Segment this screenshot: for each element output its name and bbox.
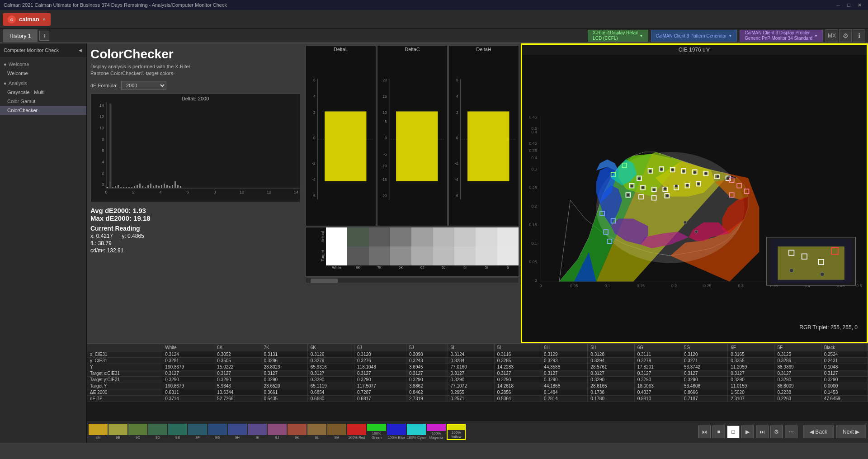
play-button[interactable]: ▶ bbox=[741, 426, 754, 438]
table-cell: 0.3355 bbox=[728, 358, 774, 364]
table-cell: 0.1738 bbox=[588, 389, 634, 396]
sidebar-item-colorchecker[interactable]: ColorChecker bbox=[0, 106, 86, 115]
table-cell: 0.3281 bbox=[162, 358, 214, 364]
mx-button[interactable]: MX bbox=[826, 29, 838, 42]
svg-text:0: 0 bbox=[102, 182, 104, 187]
svg-text:20: 20 bbox=[382, 78, 387, 82]
th-6h: 6H bbox=[541, 344, 588, 351]
svg-text:0.35: 0.35 bbox=[529, 148, 537, 153]
sidebar-item-colorgamut[interactable]: Color Gamut bbox=[0, 97, 86, 106]
table-cell: 0.3290 bbox=[494, 377, 541, 383]
extra-button[interactable]: ⋯ bbox=[785, 426, 797, 438]
bottom-swatch-100pct-Yellow[interactable]: 100% Yellow bbox=[447, 424, 466, 440]
svg-text:5: 5 bbox=[385, 120, 387, 124]
rgb-triplet: RGB Triplet: 255, 255, 0 bbox=[799, 324, 858, 331]
table-cell: 0.2263 bbox=[774, 396, 821, 402]
th-5g: 5G bbox=[681, 344, 727, 351]
svg-rect-47 bbox=[180, 186, 181, 188]
bottom-swatch-9F[interactable]: 9F bbox=[188, 424, 207, 440]
table-cell: 0.3290 bbox=[162, 377, 214, 383]
svg-rect-33 bbox=[142, 186, 143, 188]
swatch-color-block bbox=[427, 424, 446, 431]
bottom-swatch-9K[interactable]: 9K bbox=[288, 424, 307, 440]
bottom-swatch-9H[interactable]: 9H bbox=[228, 424, 247, 440]
bottom-swatch-8M[interactable]: 8M bbox=[89, 424, 108, 440]
table-cell: 3.6945 bbox=[406, 364, 448, 370]
table-cell: 0.6854 bbox=[307, 389, 354, 396]
close-button[interactable]: ✕ bbox=[855, 1, 864, 9]
bottom-swatch-100pct-Green[interactable]: 100% Green bbox=[367, 424, 386, 440]
table-cell: 11.2059 bbox=[728, 364, 774, 370]
target-swatches bbox=[326, 246, 519, 265]
table-cell: 18.0063 bbox=[634, 383, 681, 389]
svg-point-170 bbox=[627, 194, 630, 197]
de-formula-label: dE Formula: bbox=[90, 83, 118, 88]
device-button-profiler[interactable]: CalMAN Client 3 Display Profiler Generic… bbox=[740, 30, 823, 42]
cie-diagram: 0 0.05 0.1 0.15 0.2 0.25 0.3 0.35 0.4 0.… bbox=[522, 55, 867, 342]
settings-icon-btn[interactable]: ⚙ bbox=[839, 29, 852, 42]
calman-dropdown-icon[interactable]: ▼ bbox=[42, 17, 46, 22]
svg-text:0.45: 0.45 bbox=[529, 141, 537, 146]
bottom-swatch-100pct-Blue[interactable]: 100% Blue bbox=[387, 424, 406, 440]
table-cell: 77.1072 bbox=[448, 383, 494, 389]
sidebar-item-welcome[interactable]: Welcome bbox=[0, 69, 86, 78]
skip-button[interactable]: ⏭ bbox=[756, 426, 769, 438]
content-area: ColorChecker Display analysis is perform… bbox=[87, 43, 868, 443]
table-cell: 0.8462 bbox=[406, 389, 448, 396]
panel-description: Display analysis is performed with the X… bbox=[90, 63, 300, 77]
back-button[interactable]: ◀ Back bbox=[803, 426, 834, 438]
table-cell: 0.3293 bbox=[541, 358, 588, 364]
minimize-button[interactable]: ─ bbox=[834, 1, 843, 9]
actual-label-col: Actual bbox=[306, 227, 326, 246]
bottom-swatch-9B[interactable]: 9B bbox=[108, 424, 127, 440]
bottom-swatch-9D[interactable]: 9D bbox=[148, 424, 167, 440]
bottom-swatch-9L[interactable]: 9L bbox=[307, 424, 326, 440]
svg-text:0.3: 0.3 bbox=[531, 167, 537, 171]
table-cell: 0.3290 bbox=[406, 377, 448, 383]
chart-scrollbar[interactable] bbox=[306, 278, 519, 283]
table-cell: 0.5364 bbox=[494, 396, 541, 402]
table-row: dEITP0.371452.72660.54350.66800.68172.73… bbox=[87, 396, 868, 402]
table-cell: 0.3129 bbox=[541, 351, 588, 358]
table-cell: 0.3098 bbox=[406, 351, 448, 358]
bottom-swatch-9M[interactable]: 9M bbox=[327, 424, 346, 440]
maximize-button[interactable]: □ bbox=[844, 1, 853, 9]
bottom-swatch-9J[interactable]: 9J bbox=[268, 424, 287, 440]
table-cell: 160.8679 bbox=[162, 383, 214, 389]
deltaC-chart: DeltaC 20 15 10 5 0 -5 -10 -15 bbox=[377, 45, 448, 226]
bottom-swatch-100pct-Cyan[interactable]: 100% Cyan bbox=[407, 424, 426, 440]
swatch-white-actual bbox=[326, 227, 347, 246]
tab-add-button[interactable]: + bbox=[39, 31, 49, 41]
bottom-swatch-100pct-Magenta[interactable]: 100% Magenta bbox=[427, 424, 446, 440]
svg-point-156 bbox=[649, 170, 652, 173]
bottom-swatch-9G[interactable]: 9G bbox=[208, 424, 227, 440]
device-button-pattern[interactable]: CalMAN Client 3 Pattern Generator ▼ bbox=[651, 30, 737, 42]
svg-text:-4: -4 bbox=[312, 178, 316, 182]
settings-button[interactable]: ⚙ bbox=[770, 426, 783, 438]
table-cell: 0.3290 bbox=[588, 377, 634, 383]
table-cell: 0.3126 bbox=[307, 351, 354, 358]
svg-rect-27 bbox=[126, 187, 127, 188]
bottom-swatch-100pct-Red[interactable]: 100% Red bbox=[347, 424, 366, 440]
table-cell: 0.3127 bbox=[162, 370, 214, 377]
title-bar: Calman 2021 Calman Ultimate for Business… bbox=[0, 0, 868, 10]
stop-button[interactable]: ■ bbox=[712, 426, 725, 438]
info-icon-btn[interactable]: ℹ bbox=[853, 29, 865, 42]
th-6j: 6J bbox=[354, 344, 406, 351]
nav-section-welcome: ● Welcome Welcome bbox=[0, 60, 86, 78]
bottom-swatch-9i[interactable]: 9i bbox=[248, 424, 267, 440]
tab-history1[interactable]: History 1 bbox=[3, 29, 38, 42]
sidebar-item-grayscale[interactable]: Grayscale - Multi bbox=[0, 88, 86, 97]
svg-text:0: 0 bbox=[456, 136, 458, 140]
next-button[interactable]: Next ▶ bbox=[836, 426, 866, 438]
table-cell: 0.3285 bbox=[494, 358, 541, 364]
device-button-xrite[interactable]: X-Rite i1Display Retail LCD (CCFL) ▼ bbox=[588, 30, 648, 42]
sidebar-collapse-icon[interactable]: ◄ bbox=[78, 47, 83, 53]
swatch-color-block bbox=[307, 424, 326, 435]
bottom-swatch-9E[interactable]: 9E bbox=[168, 424, 187, 440]
bottom-swatch-9C[interactable]: 9C bbox=[128, 424, 147, 440]
calman-logo: C calman ▼ bbox=[3, 13, 51, 26]
tab-label: History 1 bbox=[9, 33, 31, 39]
rewind-button[interactable]: ⏮ bbox=[698, 426, 711, 438]
de-formula-select[interactable]: 2000ITPCIE76CIE94 bbox=[121, 81, 166, 90]
